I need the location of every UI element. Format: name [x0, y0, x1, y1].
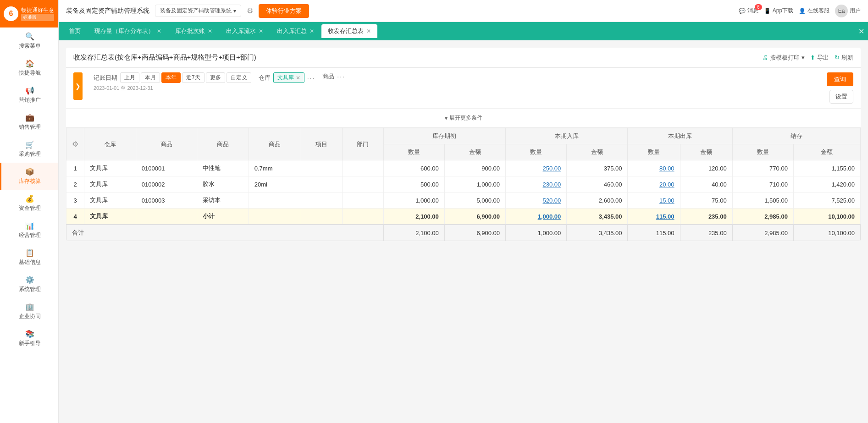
sidebar-item-label-basic: 基础信息 [19, 258, 41, 266]
print-icon: 🖨 [762, 54, 768, 61]
tab-in-out-flow[interactable]: 出入库流水✕ [220, 24, 270, 38]
warehouse-tag-remove[interactable]: ✕ [296, 75, 300, 81]
tab-in-out-summary[interactable]: 出入库汇总✕ [271, 24, 321, 38]
tab-close-batch-ledger[interactable]: ✕ [208, 28, 212, 34]
goods-name-col-header: 商品 [197, 128, 249, 160]
row-dept-0 [342, 160, 383, 176]
sidebar-item-quicknav[interactable]: 🏠快捷导航 [0, 55, 58, 82]
app-download-btn[interactable]: 📱 App下载 [764, 7, 793, 15]
row-no-0: 1 [66, 160, 84, 176]
date-this-year-btn[interactable]: 本年 [161, 72, 181, 83]
row-in-amt-1: 460.00 [567, 176, 628, 192]
date-more-btn[interactable]: 更多 [206, 72, 225, 83]
enterprise-icon: 🏢 [25, 302, 34, 311]
row-in-qty-0[interactable]: 250.00 [506, 160, 567, 176]
close-all-tabs-btn[interactable]: ✕ [858, 27, 864, 36]
sidebar-item-label-purchase: 采购管理 [19, 150, 41, 158]
total-opening-amt: 6,900.00 [444, 225, 505, 241]
row-spec-0: 0.7mm [249, 160, 301, 176]
balance-amt-header: 金额 [793, 144, 860, 160]
sidebar-item-enterprise[interactable]: 🏢企业协同 [0, 298, 58, 325]
sidebar-item-system[interactable]: ⚙️系统管理 [0, 271, 58, 298]
row-balance-amt-0: 1,155.00 [793, 160, 860, 176]
data-table-container: ⚙ 仓库 商品 商品 商品 项目 部门 库存期初 本期入库 本期出库 结存 [66, 128, 861, 241]
row-out-amt-1: 40.00 [680, 176, 732, 192]
sidebar-item-purchase[interactable]: 🛒采购管理 [0, 136, 58, 163]
sidebar-item-finance[interactable]: 💰资金管理 [0, 190, 58, 217]
sidebar-item-basic[interactable]: 📋基础信息 [0, 244, 58, 271]
total-in-amt: 3,435.00 [567, 225, 628, 241]
filter-bar: ❯ 记账日期 上月 本月 本年 近7天 更多 自定义 2023-01-01 至 … [66, 68, 861, 109]
sidebar-item-business[interactable]: 📊经营管理 [0, 217, 58, 244]
row-out-qty-2[interactable]: 15.00 [628, 192, 680, 209]
subtotal-in-qty[interactable]: 1,000.00 [506, 209, 567, 225]
finance-icon: 💰 [25, 194, 34, 203]
sidebar-item-label-finance: 资金管理 [19, 204, 41, 212]
row-out-qty-0[interactable]: 80.00 [628, 160, 680, 176]
row-dept-2 [342, 192, 383, 209]
subtotal-opening-qty: 2,100.00 [383, 209, 444, 225]
total-row: 合计 2,100.00 6,900.00 1,000.00 3,435.00 1… [66, 225, 861, 241]
sidebar-item-newbie[interactable]: 📚新手引导 [0, 325, 58, 352]
row-in-qty-1[interactable]: 230.00 [506, 176, 567, 192]
table-row: 1 文具库 0100001 中性笔 0.7mm 600.00 900.00 25… [66, 160, 861, 176]
export-btn[interactable]: ⬆ 导出 [810, 54, 829, 62]
user-btn[interactable]: Ea 用户 [835, 5, 861, 17]
table-settings-gear-icon[interactable]: ⚙ [72, 140, 78, 148]
system-name: 装备及固定资产辅助管理系统 [66, 7, 149, 15]
goods-more-btn[interactable]: ··· [337, 73, 345, 80]
date-7days-btn[interactable]: 近7天 [182, 72, 205, 83]
tab-batch-ledger[interactable]: 库存批次账✕ [169, 24, 219, 38]
row-out-qty-1[interactable]: 20.00 [628, 176, 680, 192]
total-balance-amt: 10,100.00 [793, 225, 860, 241]
row-out-amt-2: 75.00 [680, 192, 732, 209]
tab-close-inventory-dist[interactable]: ✕ [157, 28, 161, 34]
logo-icon: 6 [4, 6, 18, 21]
date-this-month-btn[interactable]: 本月 [141, 72, 160, 83]
query-btn[interactable]: 查询 [827, 72, 853, 86]
row-balance-qty-0: 770.00 [732, 160, 793, 176]
warehouse-tag[interactable]: 文具库 ✕ [273, 72, 304, 83]
row-opening-qty-0: 600.00 [383, 160, 444, 176]
balance-col-header: 结存 [732, 128, 860, 144]
tab-inventory-dist[interactable]: 现存量（库存分布表）✕ [88, 24, 168, 38]
row-out-amt-0: 120.00 [680, 160, 732, 176]
total-opening-qty: 2,100.00 [383, 225, 444, 241]
top-header: 装备及固定资产辅助管理系统 装备及固定资产辅助管理系统 ▾ ⚙ 体验行业方案 💬… [59, 0, 868, 22]
filter-collapse-btn[interactable]: ❯ [73, 72, 83, 100]
expand-conditions-btn[interactable]: ▾ 展开更多条件 [445, 114, 482, 122]
date-last-month-btn[interactable]: 上月 [120, 72, 139, 83]
sidebar-item-inventory[interactable]: 📦库存核算 [0, 163, 58, 190]
try-industry-btn[interactable]: 体验行业方案 [259, 4, 309, 18]
system-dropdown[interactable]: 装备及固定资产辅助管理系统 ▾ [155, 5, 241, 17]
row-warehouse-2: 文具库 [84, 192, 136, 209]
tab-close-in-out-flow[interactable]: ✕ [259, 28, 263, 34]
gear-settings-icon[interactable]: ⚙ [247, 6, 253, 15]
setting-btn[interactable]: 设置 [829, 90, 853, 104]
tab-close-receipt-summary[interactable]: ✕ [366, 28, 371, 34]
warehouse-more-btn[interactable]: ··· [307, 74, 315, 82]
warehouse-label: 仓库 [259, 74, 271, 82]
sidebar-item-sales[interactable]: 💼销售管理 [0, 109, 58, 136]
tab-close-in-out-summary[interactable]: ✕ [310, 28, 314, 34]
message-btn[interactable]: 💬 消息 6 [739, 7, 758, 15]
print-template-btn[interactable]: 🖨 按模板打印 ▾ [762, 54, 805, 62]
tab-bar: 首页现存量（库存分布表）✕库存批次账✕出入库流水✕出入库汇总✕收发存汇总表✕✕ [59, 22, 868, 40]
tab-receipt-summary[interactable]: 收发存汇总表✕ [321, 24, 377, 38]
date-custom-btn[interactable]: 自定义 [227, 72, 251, 83]
subtotal-out-qty[interactable]: 115.00 [628, 209, 680, 225]
subtotal-in-amt: 3,435.00 [567, 209, 628, 225]
sidebar-item-search[interactable]: 🔍搜索菜单 [0, 27, 58, 55]
period-in-col-header: 本期入库 [506, 128, 628, 144]
row-in-qty-2[interactable]: 520.00 [506, 192, 567, 209]
tab-label-batch-ledger: 库存批次账 [175, 27, 205, 35]
tab-label-receipt-summary: 收发存汇总表 [328, 27, 364, 35]
sidebar-item-label-search: 搜索菜单 [19, 42, 41, 50]
online-service-btn[interactable]: 👤 在线客服 [799, 7, 829, 15]
tab-home[interactable]: 首页 [62, 24, 87, 38]
sidebar-item-marketing[interactable]: 📢营销推广 [0, 82, 58, 109]
refresh-btn[interactable]: ↻ 刷新 [835, 54, 853, 62]
subtotal-empty-dept [342, 209, 383, 225]
row-spec-1: 20ml [249, 176, 301, 192]
tab-label-home: 首页 [69, 27, 81, 35]
